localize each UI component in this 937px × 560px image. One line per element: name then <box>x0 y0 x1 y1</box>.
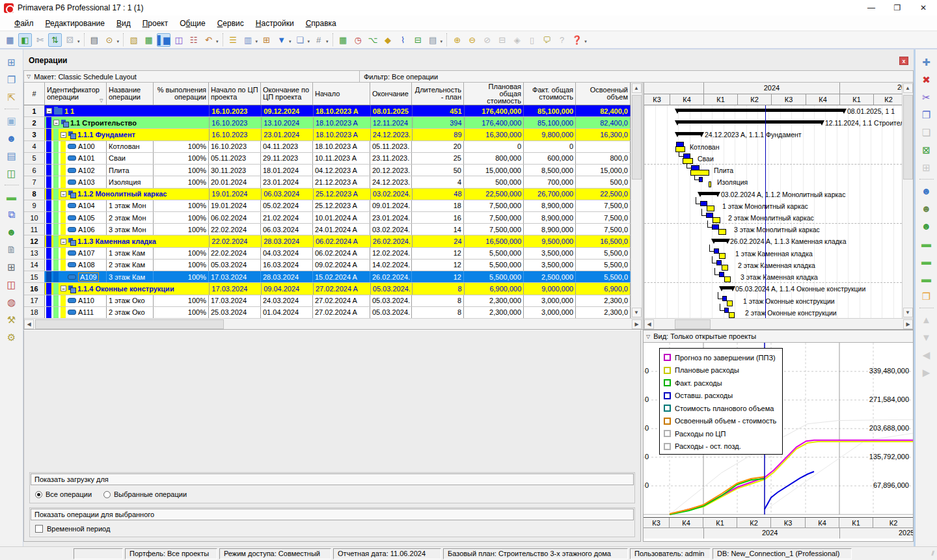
maximize-button[interactable]: ❐ <box>893 3 902 12</box>
radio-selected-activities[interactable]: Выбранные операции <box>103 490 187 498</box>
table-row[interactable]: 16–1.1.4 Оконные конструкции17.03.202409… <box>24 283 631 295</box>
column-header-3[interactable]: % выполнения операции <box>154 83 209 105</box>
planned-bar[interactable] <box>724 276 731 282</box>
planned-bar[interactable] <box>675 146 685 152</box>
close-panel-icon[interactable]: x <box>899 57 908 65</box>
undo-icon[interactable]: ↶ <box>202 33 215 47</box>
resource-usage-icon[interactable]: ☷ <box>187 33 200 47</box>
table-row[interactable]: 1–1 116.10.202309.12.202418.10.2023 A08.… <box>24 105 631 117</box>
line-numbers-icon[interactable]: # <box>312 33 325 47</box>
legend-item[interactable]: Факт. расходы <box>664 377 782 390</box>
table-row[interactable]: 13A1071 этаж Кам100%22.02.202404.03.2024… <box>24 248 631 260</box>
pointer-mode-icon[interactable]: ⇅ <box>48 33 62 47</box>
projects-icon[interactable]: ▣ <box>3 113 20 129</box>
print-preview-icon[interactable]: ⊙ <box>103 33 116 47</box>
tracking-icon[interactable]: ◫ <box>3 165 20 181</box>
spreadsheet-icon-dropdown[interactable]: ▾ <box>441 39 443 44</box>
menu-сервис[interactable]: Сервис <box>212 17 249 30</box>
column-header-10[interactable]: Факт. общая стоимость <box>524 83 576 105</box>
group-sort-icon[interactable]: ☰ <box>226 33 240 47</box>
table-row[interactable]: 4A100Котлован100%16.10.202304.11.202318.… <box>24 141 631 153</box>
undo-icon-dropdown[interactable]: ▾ <box>216 39 219 44</box>
assign-activity-code-button[interactable]: ▬ <box>918 235 935 252</box>
activity-usage-icon[interactable]: ◫ <box>172 33 185 47</box>
add-button[interactable]: ✚ <box>918 54 935 70</box>
planned-bar[interactable] <box>722 265 728 271</box>
org-chart-icon[interactable]: ⚄ <box>63 33 77 47</box>
scroll-right-icon[interactable]: ▶ <box>632 319 642 329</box>
scroll-up-icon[interactable]: ▲ <box>903 83 913 93</box>
planned-bar[interactable] <box>729 312 735 318</box>
table-row[interactable]: 3–1.1.1 Фундамент16.10.202323.01.202418.… <box>24 129 631 140</box>
table-font-icon[interactable]: ⊞ <box>260 33 273 47</box>
cut-button[interactable]: ✂ <box>918 89 935 105</box>
column-header-4[interactable]: Начало по ЦП проекта <box>209 83 261 105</box>
layout-split-icon[interactable]: ◧ <box>18 33 32 47</box>
column-header-11[interactable]: Освоенный объем <box>576 83 631 105</box>
legend-item[interactable]: Стоимость планового объема <box>664 402 782 415</box>
legend-item[interactable]: Освоенный объем - стоимость <box>664 415 782 428</box>
planned-bar[interactable] <box>707 206 714 211</box>
resize-grip[interactable]: ⫽ <box>932 550 936 557</box>
assign-resource-by-role-button[interactable]: ☻ <box>918 218 935 234</box>
legend-item[interactable]: Расходы - ост. позд. <box>664 440 782 453</box>
collapse-icon[interactable]: – <box>61 191 66 197</box>
assign-step-button[interactable]: ❒ <box>918 288 935 304</box>
table-view-icon[interactable]: ▦ <box>3 33 17 47</box>
gantt-horizontal-scrollbar[interactable]: ◀ ▶ <box>644 318 913 329</box>
planned-bar[interactable] <box>713 217 720 223</box>
table-row[interactable]: 8–1.1.2 Монолитный каркас19.01.202406.03… <box>24 189 631 200</box>
obs-icon[interactable]: ⚙ <box>3 329 20 345</box>
assign-role-button[interactable]: ☻ <box>918 200 935 217</box>
layout-icon-dropdown[interactable]: ▾ <box>308 39 310 44</box>
move-up-button[interactable]: ▲ <box>918 312 935 328</box>
menu-проект[interactable]: Проект <box>137 17 174 30</box>
minimize-button[interactable]: — <box>867 3 876 12</box>
radio-all-activities[interactable]: Все операции <box>35 490 92 498</box>
column-header-0[interactable]: # <box>24 83 45 105</box>
table-row[interactable]: 14A1082 этаж Кам100%05.03.202416.03.2024… <box>24 260 631 271</box>
table-row[interactable]: 15A1093 этаж Кам100%17.03.202428.03.2024… <box>24 271 631 283</box>
help-icon[interactable]: ? <box>555 33 569 47</box>
layout-icon[interactable]: ❏ <box>293 33 307 47</box>
table-row[interactable]: 17A1101 этаж Око100%17.03.202424.03.2024… <box>24 295 631 307</box>
zoom-in-icon[interactable]: ⊕ <box>450 33 464 47</box>
actual-bar[interactable] <box>716 260 722 265</box>
print-preview-icon-dropdown[interactable]: ▾ <box>117 39 120 44</box>
gantt-vertical-scrollbar[interactable]: ▲ ▼ <box>902 83 913 318</box>
collapse-icon[interactable]: – <box>61 286 66 291</box>
renumber-button[interactable]: ⊞ <box>918 159 935 176</box>
scroll-left-icon[interactable]: ◀ <box>644 319 654 329</box>
assign-resource-button[interactable]: ☻ <box>918 183 935 199</box>
vsplit-icon[interactable]: ▯ <box>525 33 539 47</box>
collapse-icon[interactable]: – <box>46 108 52 114</box>
table-row[interactable]: 2–1.1 Строительство16.10.202313.10.20241… <box>24 117 631 129</box>
notes-icon[interactable]: 🗩 <box>540 33 554 47</box>
actual-bar[interactable] <box>724 308 729 313</box>
actual-bar[interactable] <box>722 296 727 301</box>
planned-bar[interactable] <box>683 158 693 164</box>
summary-bar[interactable] <box>677 120 822 124</box>
assign-successor-button[interactable]: ▬ <box>918 271 935 287</box>
column-header-8[interactable]: Длительность - план <box>412 83 464 105</box>
filter-icon[interactable]: ▼ <box>275 33 288 47</box>
line-numbers-icon-dropdown[interactable]: ▾ <box>326 39 329 44</box>
close-button[interactable]: ✕ <box>919 3 928 12</box>
table-vertical-scrollbar[interactable]: ▲ ▼ <box>631 83 642 318</box>
table-row[interactable]: 5A101Сваи100%05.11.202329.11.202310.11.2… <box>24 153 631 165</box>
documents-icon[interactable]: 🗎 <box>3 241 20 258</box>
table-row[interactable]: 10A1052 этаж Мон100%06.02.202421.02.2024… <box>24 212 631 224</box>
resources-window-icon[interactable]: ☻ <box>3 130 20 146</box>
column-header-2[interactable]: Название операции <box>107 83 154 105</box>
actual-bar[interactable] <box>719 272 724 277</box>
print-icon[interactable]: ▤ <box>88 33 102 47</box>
copy-button[interactable]: ❐ <box>918 107 935 123</box>
menu-редактирование[interactable]: Редактирование <box>40 17 110 30</box>
planned-bar[interactable] <box>709 181 711 187</box>
help-globe-icon[interactable]: ❓ <box>570 33 584 47</box>
thresholds-icon[interactable]: ◫ <box>3 276 20 293</box>
column-header-5[interactable]: Окончание по ЦП проекта <box>261 83 313 105</box>
table-row[interactable]: 9A1041 этаж Мон100%19.01.202405.02.20242… <box>24 200 631 212</box>
scroll-thumb[interactable] <box>675 319 711 329</box>
wbs-icon[interactable]: ⧉ <box>3 206 20 222</box>
